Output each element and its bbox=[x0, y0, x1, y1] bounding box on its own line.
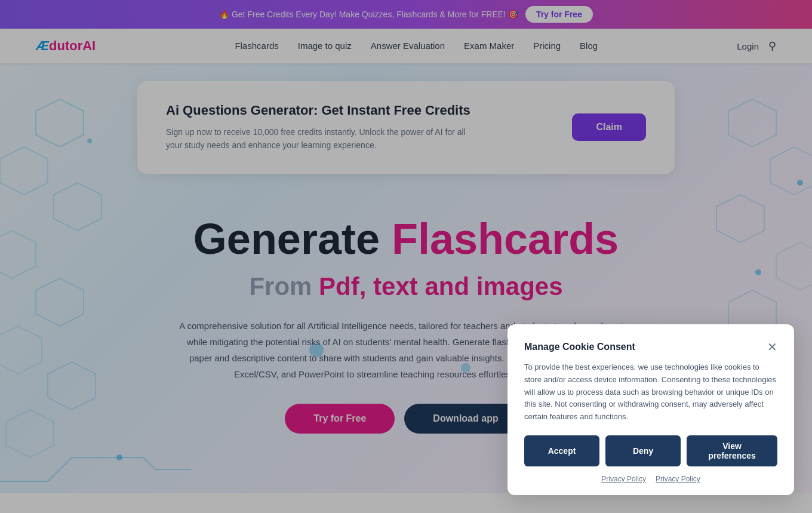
cookie-header: Manage Cookie Consent ✕ bbox=[524, 341, 777, 353]
promo-card: Ai Questions Generator: Get Instant Free… bbox=[137, 81, 675, 174]
cookie-close-button[interactable]: ✕ bbox=[767, 341, 777, 353]
cookie-privacy-link-1[interactable]: Privacy Policy bbox=[601, 475, 646, 483]
nav-login[interactable]: Login bbox=[737, 41, 759, 51]
svg-point-13 bbox=[797, 180, 803, 186]
nav-links: Flashcards Image to quiz Answer Evaluati… bbox=[235, 41, 598, 51]
svg-marker-9 bbox=[770, 147, 812, 195]
svg-point-17 bbox=[116, 454, 122, 460]
cookie-deny-button[interactable]: Deny bbox=[605, 435, 681, 466]
banner-try-button[interactable]: Try for Free bbox=[525, 6, 593, 23]
cookie-accept-button[interactable]: Accept bbox=[524, 435, 599, 466]
hero-subtitle: From Pdf, text and images bbox=[12, 272, 800, 301]
promo-card-title: Ai Questions Generator: Get Instant Free… bbox=[166, 103, 476, 118]
nav-right: Login ⚲ bbox=[737, 39, 776, 53]
hero-subtitle-highlight: Pdf, text and images bbox=[319, 272, 562, 300]
top-banner: 🔥 Get Free Credits Every Day! Make Quizz… bbox=[0, 0, 812, 29]
svg-marker-1 bbox=[0, 147, 48, 195]
nav-image-to-quiz[interactable]: Image to quiz bbox=[298, 41, 352, 51]
promo-card-text: Ai Questions Generator: Get Instant Free… bbox=[166, 103, 476, 152]
claim-button[interactable]: Claim bbox=[572, 113, 646, 141]
nav-exam-maker[interactable]: Exam Maker bbox=[464, 41, 514, 51]
nav-blog[interactable]: Blog bbox=[580, 41, 598, 51]
banner-text: 🔥 Get Free Credits Every Day! Make Quizz… bbox=[219, 10, 518, 19]
hero-subtitle-part1: From bbox=[249, 272, 319, 300]
nav-flashcards[interactable]: Flashcards bbox=[235, 41, 278, 51]
hero-title: Generate Flashcards bbox=[12, 216, 800, 263]
svg-marker-0 bbox=[36, 99, 84, 147]
cookie-view-preferences-button[interactable]: View preferences bbox=[687, 435, 777, 466]
search-icon[interactable]: ⚲ bbox=[768, 39, 776, 53]
cookie-body-text: To provide the best experiences, we use … bbox=[524, 361, 777, 423]
cookie-actions: Accept Deny View preferences bbox=[524, 435, 777, 466]
cookie-footer-links: Privacy Policy Privacy Policy bbox=[524, 475, 777, 483]
svg-marker-8 bbox=[728, 99, 776, 147]
nav-pricing[interactable]: Pricing bbox=[533, 41, 561, 51]
cookie-modal: Manage Cookie Consent ✕ To provide the b… bbox=[508, 324, 794, 493]
cookie-title: Manage Cookie Consent bbox=[524, 342, 635, 352]
hero-title-highlight: Flashcards bbox=[392, 215, 619, 263]
hero-title-part1: Generate bbox=[193, 215, 392, 263]
svg-point-16 bbox=[87, 139, 92, 143]
navbar: ÆdutorAI Flashcards Image to quiz Answer… bbox=[0, 29, 812, 63]
logo: ÆdutorAI bbox=[36, 38, 96, 54]
nav-answer-evaluation[interactable]: Answer Evaluation bbox=[371, 41, 445, 51]
hero-try-button[interactable]: Try for Free bbox=[285, 404, 395, 434]
cookie-privacy-link-2[interactable]: Privacy Policy bbox=[656, 475, 700, 483]
promo-card-description: Sign up now to receive 10,000 free credi… bbox=[166, 125, 476, 152]
